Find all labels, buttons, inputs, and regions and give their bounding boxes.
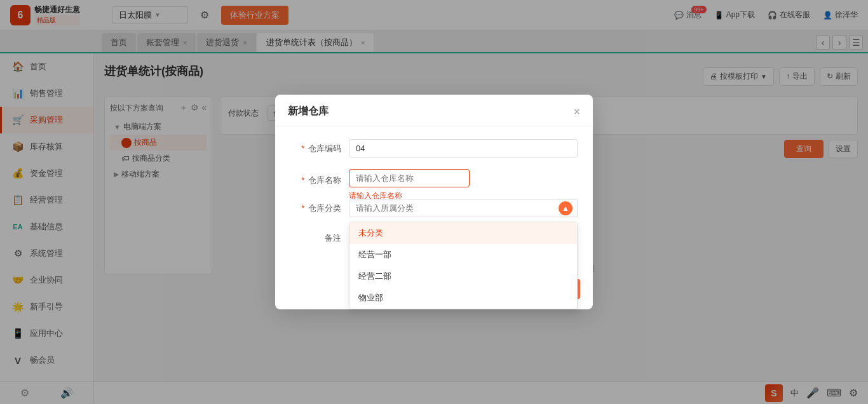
warehouse-name-input[interactable]: [349, 169, 470, 187]
form-row-name: * 仓库名称 请输入仓库名称: [290, 169, 578, 187]
category-field-wrap: ▲ 未分类 经营一部 经营二部 物业部: [349, 199, 578, 217]
category-toggle-btn[interactable]: ▲: [559, 201, 573, 215]
dropdown-item-property[interactable]: 物业部: [349, 287, 577, 309]
modal-overlay: 新增仓库 × * 仓库编码 * 仓库名称: [0, 0, 868, 404]
modal-body: * 仓库编码 * 仓库名称 请输入仓库名称 *: [275, 126, 593, 271]
warehouse-code-input[interactable]: [349, 139, 578, 158]
note-label: 备注: [290, 229, 341, 244]
category-required-mark: *: [301, 203, 304, 213]
dropdown-item-ops2[interactable]: 经营二部: [349, 266, 577, 287]
modal-title: 新增仓库: [288, 105, 329, 118]
name-required-mark: *: [301, 175, 304, 185]
code-required-mark: *: [301, 144, 304, 153]
code-label: * 仓库编码: [290, 139, 341, 154]
category-input[interactable]: [349, 199, 578, 217]
dropdown-item-unclassified[interactable]: 未分类: [349, 222, 577, 244]
modal-header: 新增仓库 ×: [275, 95, 593, 126]
name-label: * 仓库名称: [290, 171, 341, 186]
dropdown-item-ops1[interactable]: 经营一部: [349, 244, 577, 266]
modal-close-btn[interactable]: ×: [573, 106, 580, 118]
form-row-name-inner: * 仓库名称: [290, 169, 470, 187]
new-warehouse-modal: 新增仓库 × * 仓库编码 * 仓库名称: [275, 95, 593, 309]
form-row-category: * 仓库分类 ▲ 未分类 经营一部 经营二部 物业部: [290, 199, 578, 217]
form-row-code: * 仓库编码: [290, 139, 578, 158]
category-label: * 仓库分类: [290, 199, 341, 214]
category-dropdown: 未分类 经营一部 经营二部 物业部: [349, 222, 578, 309]
